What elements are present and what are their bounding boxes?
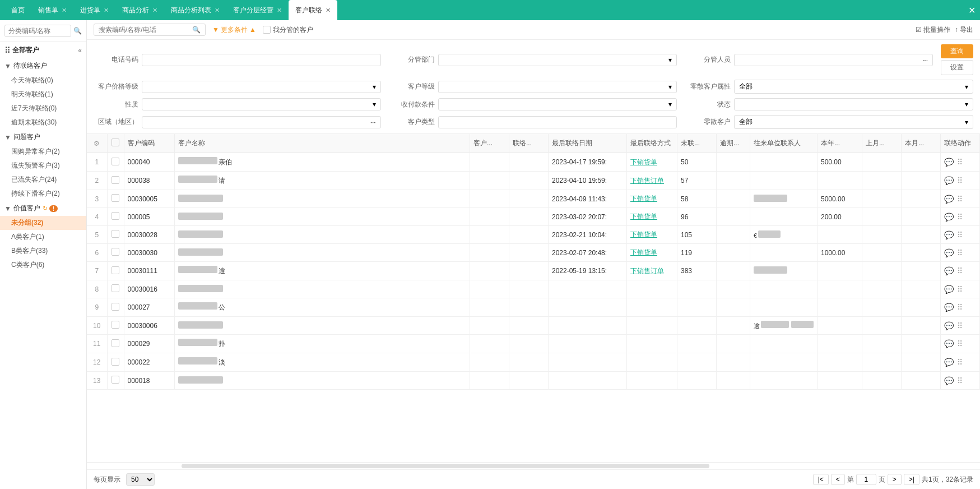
close-sales-tab[interactable]: ✕ — [62, 7, 67, 14]
row-checkbox[interactable] — [112, 284, 119, 292]
sidebar-item-class-b[interactable]: B类客户(33) — [0, 244, 86, 258]
row-checkbox[interactable] — [112, 248, 119, 256]
grid-action-icon[interactable]: ⠿ — [957, 158, 963, 167]
window-close-icon[interactable]: ✕ — [968, 5, 976, 16]
close-product-analysis-tab[interactable]: ✕ — [152, 7, 157, 14]
first-page-btn[interactable]: |< — [813, 474, 829, 485]
page-number-input[interactable] — [856, 474, 876, 485]
zero-attr-select[interactable]: 全部 ▾ — [734, 80, 973, 94]
message-icon[interactable]: 💬 — [944, 266, 954, 275]
row-checkbox[interactable] — [112, 194, 119, 202]
export-btn[interactable]: ↑ 导出 — [955, 25, 973, 35]
col-settings[interactable]: ⚙ — [87, 134, 107, 153]
sidebar-group-problem[interactable]: ▼ 问题客户 — [0, 130, 86, 145]
message-icon[interactable]: 💬 — [944, 303, 954, 312]
row-checkbox[interactable] — [112, 212, 119, 220]
batch-operations-btn[interactable]: ☑ 批量操作 — [916, 25, 950, 35]
close-segment-tab[interactable]: ✕ — [277, 7, 282, 14]
contact-method-link[interactable]: 下销货单 — [630, 230, 657, 238]
message-icon[interactable]: 💬 — [944, 213, 954, 222]
sidebar-item-churn-warning[interactable]: 流失预警客户(3) — [0, 159, 86, 173]
row-checkbox[interactable] — [112, 230, 119, 238]
refresh-icon[interactable]: ↻ — [43, 205, 48, 212]
message-icon[interactable]: 💬 — [944, 339, 954, 348]
price-level-select[interactable]: ▾ — [142, 81, 381, 93]
sidebar-search-input[interactable] — [4, 25, 71, 37]
department-select[interactable]: ▾ — [438, 54, 677, 66]
grid-action-icon[interactable]: ⠿ — [957, 303, 963, 312]
contact-method-link[interactable]: 下销售订单 — [630, 267, 664, 275]
tab-product-analysis-list[interactable]: 商品分析列表 ✕ — [164, 0, 226, 20]
my-customers-checkbox[interactable] — [263, 26, 271, 34]
contact-method-link[interactable]: 下销货单 — [630, 248, 657, 256]
row-checkbox[interactable] — [112, 339, 119, 347]
more-conditions-btn[interactable]: ▼ 更多条件 ▲ — [212, 25, 256, 35]
sidebar-item-class-c[interactable]: C类客户(6) — [0, 258, 86, 272]
status-select[interactable]: ▾ — [734, 98, 973, 110]
tab-purchase[interactable]: 进货单 ✕ — [73, 0, 115, 20]
sidebar-item-hoarding[interactable]: 囤购异常客户(2) — [0, 145, 86, 159]
last-page-btn[interactable]: >| — [904, 474, 919, 485]
query-button[interactable]: 查询 — [941, 44, 973, 58]
row-checkbox[interactable] — [112, 158, 119, 165]
region-select[interactable]: ··· — [142, 116, 381, 128]
close-contact-tab[interactable]: ✕ — [326, 7, 331, 14]
message-icon[interactable]: 💬 — [944, 195, 954, 204]
sidebar-item-ungroup[interactable]: 未分组(32) — [0, 216, 86, 230]
prev-page-btn[interactable]: < — [831, 474, 845, 485]
message-icon[interactable]: 💬 — [944, 176, 954, 185]
contact-method-link[interactable]: 下销货单 — [630, 158, 657, 166]
filter-search-icon[interactable]: 🔍 — [192, 26, 201, 34]
row-checkbox[interactable] — [112, 266, 119, 274]
message-icon[interactable]: 💬 — [944, 321, 954, 330]
per-page-select[interactable]: 50 20 100 — [126, 473, 155, 486]
sidebar-search-icon[interactable]: 🔍 — [73, 27, 82, 35]
horizontal-scrollbar[interactable] — [182, 464, 709, 468]
message-icon[interactable]: 💬 — [944, 358, 954, 367]
row-checkbox[interactable] — [112, 303, 119, 311]
grid-action-icon[interactable]: ⠿ — [957, 213, 963, 222]
next-page-btn[interactable]: > — [888, 474, 902, 485]
message-icon[interactable]: 💬 — [944, 376, 954, 385]
header-checkbox[interactable] — [112, 139, 119, 146]
tab-home[interactable]: 首页 — [4, 0, 31, 20]
close-purchase-tab[interactable]: ✕ — [104, 7, 109, 14]
sidebar-group-pending[interactable]: ▼ 待联络客户 — [0, 58, 86, 73]
grid-action-icon[interactable]: ⠿ — [957, 266, 963, 275]
grid-action-icon[interactable]: ⠿ — [957, 321, 963, 330]
grid-action-icon[interactable]: ⠿ — [957, 195, 963, 204]
customer-type-input[interactable] — [438, 116, 677, 128]
sidebar-group-value[interactable]: ▼ 价值客户 ↻ ! — [0, 201, 86, 216]
sidebar-item-overdue[interactable]: 逾期未联络(30) — [0, 116, 86, 130]
sidebar-item-declining[interactable]: 持续下滑客户(2) — [0, 187, 86, 201]
grid-action-icon[interactable]: ⠿ — [957, 358, 963, 367]
sidebar-item-7days[interactable]: 近7天待联络(0) — [0, 102, 86, 116]
grid-action-icon[interactable]: ⠿ — [957, 376, 963, 385]
message-icon[interactable]: 💬 — [944, 285, 954, 294]
row-checkbox[interactable] — [112, 358, 119, 366]
sidebar-item-class-a[interactable]: A类客户(1) — [0, 230, 86, 244]
grid-action-icon[interactable]: ⠿ — [957, 176, 963, 185]
tab-customer-contact[interactable]: 客户联络 ✕ — [289, 0, 337, 20]
grid-action-icon[interactable]: ⠿ — [957, 230, 963, 239]
contact-method-link[interactable]: 下销售订单 — [630, 177, 664, 184]
row-checkbox[interactable] — [112, 321, 119, 329]
nature-select[interactable]: ▾ — [142, 98, 381, 110]
sidebar-collapse-icon[interactable]: « — [78, 47, 82, 54]
customer-level-select[interactable]: ▾ — [438, 81, 677, 93]
tab-sales[interactable]: 销售单 ✕ — [31, 0, 73, 20]
phone-input[interactable] — [142, 54, 381, 66]
zero-customer-select[interactable]: 全部 ▾ — [734, 115, 973, 129]
message-icon[interactable]: 💬 — [944, 248, 954, 257]
sidebar-item-tomorrow[interactable]: 明天待联络(1) — [0, 87, 86, 102]
sidebar-all-customers[interactable]: ⠿ 全部客户 « — [0, 42, 86, 58]
contact-method-link[interactable]: 下销货单 — [630, 213, 657, 220]
payment-select[interactable]: ▾ — [438, 98, 677, 110]
message-icon[interactable]: 💬 — [944, 158, 954, 167]
tab-product-analysis[interactable]: 商品分析 ✕ — [115, 0, 164, 20]
message-icon[interactable]: 💬 — [944, 230, 954, 239]
sidebar-item-churned[interactable]: 已流失客户(24) — [0, 173, 86, 187]
sidebar-item-today[interactable]: 今天待联络(0) — [0, 73, 86, 87]
grid-action-icon[interactable]: ⠿ — [957, 248, 963, 257]
settings-icon[interactable]: ⚙ — [94, 140, 100, 147]
